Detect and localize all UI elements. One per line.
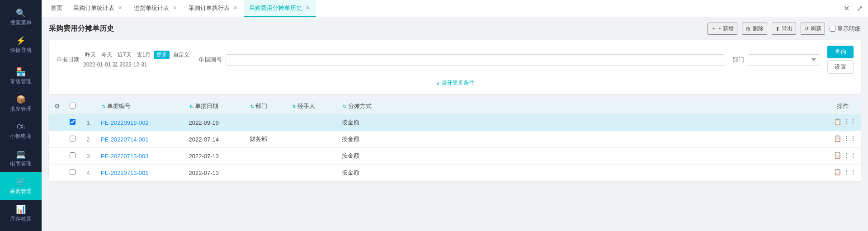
- row-edit-icon[interactable]: 📋: [833, 151, 842, 160]
- search-bar: 单据日期 昨天 今天 近7天 近1月 更多 自定义 2022-01-01 至 2…: [49, 40, 861, 94]
- dept-label: 部门: [732, 56, 744, 64]
- main-area: 首页 采购订单统计表 ✕ 进货单统计表 ✕ 采购订单执行表 ✕ 采购费用分摊单历…: [42, 0, 868, 231]
- sidebar-item-search[interactable]: 🔍 搜索菜单: [0, 4, 42, 31]
- query-button[interactable]: 查询: [827, 46, 854, 58]
- tab-expand-icon[interactable]: ⤢: [855, 3, 864, 14]
- row-settings-cell: [49, 114, 65, 131]
- tab-purchase-stat-close[interactable]: ✕: [117, 5, 123, 11]
- row-edit-icon[interactable]: 📋: [833, 118, 842, 127]
- refresh-label: 刷新: [811, 25, 821, 33]
- col-checkbox-header[interactable]: [65, 99, 80, 114]
- date-shortcut-more[interactable]: 更多: [154, 51, 170, 59]
- row-actions-cell: 📋 ⋮⋮: [825, 148, 861, 165]
- sidebar-item-retail[interactable]: 🏪 零售管理: [0, 62, 42, 90]
- row-checkbox-cell[interactable]: [65, 114, 80, 131]
- date-range-text: 2022-01-01 至 2022-12-31: [83, 61, 191, 69]
- table-row[interactable]: 4 PE-20220713-001 2022-07-13 按金额 📋 ⋮⋮: [49, 165, 861, 181]
- tab-inbound-stat-close[interactable]: ✕: [172, 5, 178, 11]
- date-label: 单据日期: [56, 56, 80, 64]
- sort-icon-doc-date: ⇅: [189, 104, 193, 109]
- row-checkbox-3[interactable]: [70, 169, 75, 175]
- tab-close-all-icon[interactable]: ✕: [842, 3, 851, 14]
- show-columns-checkbox[interactable]: [830, 26, 835, 32]
- row-edit-icon[interactable]: 📋: [833, 168, 842, 177]
- doc-no-input[interactable]: [226, 54, 725, 66]
- sidebar-item-purchase[interactable]: 🛒 采购管理: [0, 172, 42, 200]
- table-row[interactable]: 3 PE-20220713-003 2022-07-13 按金额 📋 ⋮⋮: [49, 148, 861, 165]
- sidebar-item-inventory-label: 库存核算: [2, 215, 40, 223]
- dept-select[interactable]: 财务部: [748, 54, 820, 66]
- row-checkbox-0[interactable]: [70, 119, 75, 125]
- date-shortcut-1month[interactable]: 近1月: [135, 51, 153, 59]
- row-split-method-cell: 按金额: [337, 148, 825, 165]
- col-split-method-header[interactable]: ⇅ 分摊方式: [337, 99, 825, 114]
- col-handler-header[interactable]: ⇅ 经手人: [287, 99, 338, 114]
- sidebar-item-quick-nav-label: 快捷导航: [2, 47, 40, 54]
- tab-purchase-exec-close[interactable]: ✕: [232, 5, 238, 11]
- row-edit-icon[interactable]: 📋: [833, 135, 842, 144]
- date-shortcut-7days[interactable]: 近7天: [116, 51, 133, 59]
- row-doc-no-link[interactable]: PE-20220713-003: [101, 153, 149, 160]
- row-checkbox-1[interactable]: [70, 136, 75, 141]
- export-icon: ⬆: [775, 26, 780, 32]
- tab-purchase-exec[interactable]: 采购订单执行表 ✕: [183, 0, 244, 17]
- tab-purchase-stat[interactable]: 采购订单统计表 ✕: [68, 0, 128, 17]
- row-doc-no-cell[interactable]: PE-20220713-001: [96, 165, 184, 181]
- row-checkbox-2[interactable]: [70, 152, 75, 158]
- row-doc-no-link[interactable]: PE-20220713-001: [101, 170, 149, 176]
- show-columns-label: 显示明细: [837, 25, 861, 33]
- date-search-field: 单据日期 昨天 今天 近7天 近1月 更多 自定义 2022-01-01 至 2…: [56, 51, 191, 69]
- tab-purchase-cost[interactable]: 采购费用分摊单历史 ✕: [244, 0, 316, 17]
- sidebar-item-quick-nav[interactable]: ⚡ 快捷导航: [0, 31, 42, 59]
- sidebar-item-search-label: 搜索菜单: [2, 19, 40, 27]
- sort-icon-doc-no: ⇅: [102, 104, 105, 109]
- sort-icon-split: ⇅: [343, 104, 346, 109]
- gear-icon[interactable]: ⚙: [54, 103, 60, 110]
- sidebar-item-wholesale[interactable]: 📦 批发管理: [0, 90, 42, 118]
- sidebar: 🔍 搜索菜单 ⚡ 快捷导航 🏪 零售管理 📦 批发管理 🛍 小畅电商 💻 电商管…: [0, 0, 42, 231]
- sidebar-item-ecom[interactable]: 💻 电商管理: [0, 145, 42, 172]
- tab-purchase-cost-close[interactable]: ✕: [305, 5, 311, 11]
- col-doc-no-header[interactable]: ⇅ 单据编号: [96, 99, 184, 114]
- sidebar-item-inventory[interactable]: 📊 库存核算: [0, 200, 42, 227]
- table-row[interactable]: 2 PE-20220714-001 2022-07-14 财务部 按金额 📋 ⋮…: [49, 131, 861, 148]
- col-settings[interactable]: ⚙: [49, 99, 65, 114]
- add-button[interactable]: ＋ + 新增: [708, 23, 737, 35]
- row-doc-no-cell[interactable]: PE-20220919-002: [96, 114, 184, 131]
- export-button[interactable]: ⬆ 导出: [772, 23, 796, 35]
- expand-more-button[interactable]: ∨ 展开更多条件: [56, 77, 854, 89]
- tab-bar-actions: ✕ ⤢: [842, 3, 864, 14]
- date-shortcut-yesterday[interactable]: 昨天: [83, 51, 98, 59]
- select-all-checkbox[interactable]: [70, 103, 75, 108]
- sidebar-item-finance[interactable]: 💰 资金管理: [0, 227, 42, 231]
- row-checkbox-cell[interactable]: [65, 165, 80, 181]
- refresh-button[interactable]: ↺ 刷新: [801, 23, 825, 35]
- row-more-icon[interactable]: ⋮⋮: [844, 135, 853, 144]
- table-row[interactable]: 1 PE-20220919-002 2022-09-19 按金额 📋 ⋮⋮: [49, 114, 861, 131]
- row-more-icon[interactable]: ⋮⋮: [844, 168, 853, 177]
- wholesale-icon: 📦: [2, 94, 40, 104]
- tab-home[interactable]: 首页: [45, 0, 68, 17]
- sidebar-item-mini-ecom-label: 小畅电商: [2, 132, 40, 140]
- table-header: ⚙ ⇅ 单据编号 ⇅ 单据日期: [49, 99, 861, 114]
- col-doc-date-header[interactable]: ⇅ 单据日期: [184, 99, 245, 114]
- row-doc-no-link[interactable]: PE-20220714-001: [101, 136, 149, 143]
- col-dept-header[interactable]: ⇅ 部门: [245, 99, 287, 114]
- tab-inbound-stat[interactable]: 进货单统计表 ✕: [128, 0, 183, 17]
- col-num-header: [80, 99, 96, 114]
- date-shortcut-custom[interactable]: 自定义: [171, 51, 191, 59]
- sidebar-item-mini-ecom[interactable]: 🛍 小畅电商: [0, 118, 42, 145]
- row-doc-no-cell[interactable]: PE-20220713-003: [96, 148, 184, 165]
- delete-button[interactable]: 🗑 删除: [742, 23, 767, 35]
- row-more-icon[interactable]: ⋮⋮: [844, 151, 853, 160]
- row-checkbox-cell[interactable]: [65, 148, 80, 165]
- row-more-icon[interactable]: ⋮⋮: [844, 118, 853, 127]
- show-columns-checkbox-label[interactable]: 显示明细: [830, 25, 861, 33]
- date-shortcut-today[interactable]: 今天: [99, 51, 114, 59]
- row-doc-no-cell[interactable]: PE-20220714-001: [96, 131, 184, 148]
- date-shortcuts-group: 昨天 今天 近7天 近1月 更多 自定义 2022-01-01 至 2022-1…: [83, 51, 191, 69]
- row-checkbox-cell[interactable]: [65, 131, 80, 148]
- row-doc-no-link[interactable]: PE-20220919-002: [101, 119, 149, 126]
- settings-button[interactable]: 设置: [827, 60, 854, 74]
- data-table: ⚙ ⇅ 单据编号 ⇅ 单据日期: [49, 99, 861, 181]
